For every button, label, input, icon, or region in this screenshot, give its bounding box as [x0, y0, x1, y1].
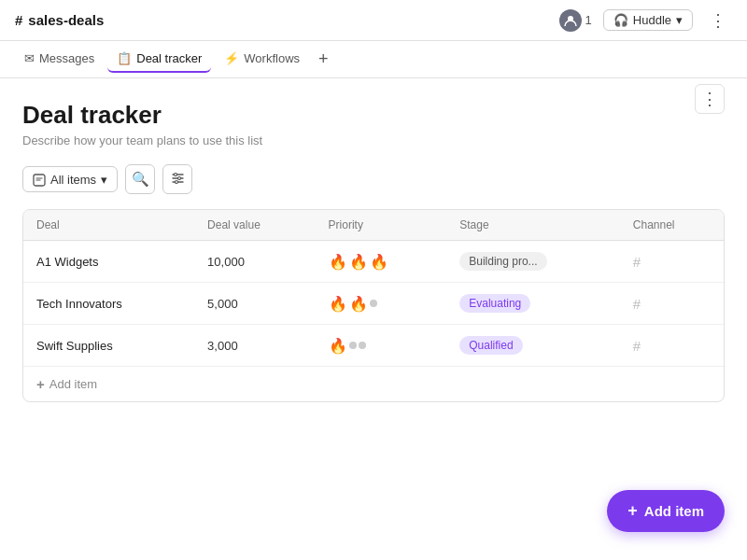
topbar-more-button[interactable]: ⋮ — [704, 8, 732, 33]
svg-point-5 — [174, 174, 176, 176]
svg-point-7 — [175, 181, 177, 184]
nav-tabs: ✉ Messages 📋 Deal tracker ⚡ Workflows + — [0, 41, 747, 78]
page-options-button[interactable]: ⋮ — [695, 84, 725, 114]
list-icon: 📋 — [117, 51, 132, 65]
fire-icon: 🔥 — [329, 295, 347, 313]
workspace-title: sales-deals — [28, 12, 104, 28]
deal-value: 3,000 — [207, 339, 238, 353]
add-item-row[interactable]: + Add item — [23, 367, 724, 402]
deal-value: 5,000 — [207, 297, 238, 311]
topbar-left: # sales-deals — [15, 12, 104, 28]
stage-badge: Building pro... — [459, 252, 546, 271]
fire-icon: 🔥 — [349, 253, 368, 271]
fire-icon: 🔥 — [329, 337, 347, 355]
add-item-inline-label: Add item — [49, 377, 97, 391]
message-icon: ✉ — [24, 51, 35, 65]
page-subtitle: Describe how your team plans to use this… — [22, 133, 725, 147]
fire-icon: 🔥 — [329, 253, 347, 271]
workflow-icon: ⚡ — [224, 51, 239, 65]
table-row[interactable]: Tech Innovators 5,000 🔥 🔥 Evaluating # — [23, 283, 724, 325]
filter-options-button[interactable] — [162, 164, 192, 194]
avatar — [559, 9, 582, 32]
tab-deal-tracker[interactable]: 📋 Deal tracker — [107, 46, 211, 73]
priority-dot — [370, 300, 377, 307]
fab-plus-icon: + — [627, 501, 638, 521]
fab-label: Add item — [644, 503, 704, 519]
channel-icon: # — [633, 296, 641, 312]
deal-table: Deal Deal value Priority Stage Channel A… — [22, 209, 725, 402]
channel-icon: # — [633, 338, 641, 354]
stage-badge: Evaluating — [459, 294, 530, 313]
tab-deal-tracker-label: Deal tracker — [136, 51, 202, 65]
fire-icon: 🔥 — [370, 253, 388, 271]
sliders-icon — [171, 171, 185, 188]
filter-box-icon — [33, 172, 46, 187]
tab-workflows[interactable]: ⚡ Workflows — [215, 46, 309, 73]
deal-name: A1 Widgets — [36, 255, 98, 269]
col-priority: Priority — [316, 210, 447, 241]
table-row[interactable]: A1 Widgets 10,000 🔥 🔥 🔥 Building pro... … — [23, 241, 724, 283]
avatar-group[interactable]: 1 — [559, 9, 592, 32]
priority-icons: 🔥 🔥 🔥 — [329, 253, 434, 271]
search-button[interactable]: 🔍 — [125, 164, 155, 194]
topbar-right: 1 🎧 Huddle ▾ ⋮ — [559, 8, 732, 33]
col-channel: Channel — [620, 210, 724, 241]
chevron-down-icon: ▾ — [676, 13, 683, 27]
dropdown-chevron-icon: ▾ — [101, 173, 107, 187]
priority-dot — [349, 342, 357, 349]
svg-point-6 — [177, 177, 180, 180]
deal-name: Swift Supplies — [36, 339, 113, 353]
huddle-button[interactable]: 🎧 Huddle ▾ — [603, 9, 693, 31]
hash-icon: # — [15, 12, 22, 28]
col-deal: Deal — [23, 210, 194, 241]
add-item-inline-button[interactable]: + Add item — [36, 376, 97, 392]
channel-icon: # — [633, 254, 641, 270]
col-deal-value: Deal value — [194, 210, 315, 241]
add-tab-button[interactable]: + — [313, 48, 334, 71]
search-icon: 🔍 — [132, 171, 149, 188]
main-content: Deal tracker Describe how your team plan… — [0, 78, 747, 417]
add-item-fab-button[interactable]: + Add item — [607, 490, 725, 532]
plus-icon: + — [36, 376, 45, 392]
priority-icons: 🔥 🔥 — [329, 295, 434, 313]
priority-icons: 🔥 — [329, 337, 434, 355]
all-items-label: All items — [50, 173, 96, 187]
deal-name: Tech Innovators — [36, 297, 122, 311]
avatar-count: 1 — [585, 13, 592, 27]
headphone-icon: 🎧 — [613, 13, 628, 27]
huddle-label: Huddle — [633, 13, 671, 27]
stage-badge: Qualified — [459, 336, 522, 355]
page-title: Deal tracker — [22, 101, 725, 130]
col-stage: Stage — [446, 210, 620, 241]
deal-value: 10,000 — [207, 255, 245, 269]
toolbar: All items ▾ 🔍 — [22, 164, 725, 194]
tab-workflows-label: Workflows — [244, 51, 300, 65]
table-header-row: Deal Deal value Priority Stage Channel — [23, 210, 724, 241]
tab-messages-label: Messages — [39, 51, 94, 65]
table-row[interactable]: Swift Supplies 3,000 🔥 Qualified # — [23, 325, 724, 367]
topbar: # sales-deals 1 🎧 Huddle ▾ ⋮ — [0, 0, 747, 41]
all-items-filter[interactable]: All items ▾ — [22, 166, 118, 192]
tab-messages[interactable]: ✉ Messages — [15, 46, 104, 73]
fire-icon: 🔥 — [349, 295, 368, 313]
priority-dot — [359, 342, 366, 349]
